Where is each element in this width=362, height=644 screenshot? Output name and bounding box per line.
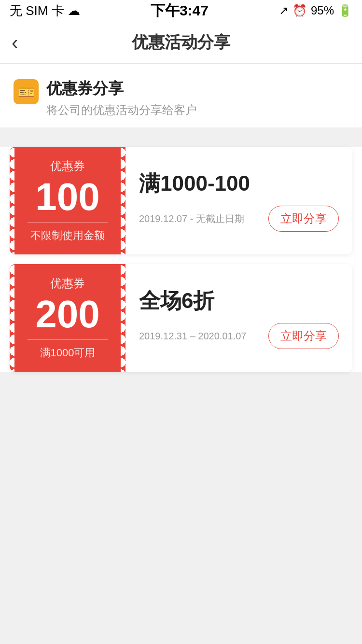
coupon-date: 2019.12.31 – 2020.01.07	[139, 331, 246, 342]
coupon-left-panel: 优惠券 200 满1000可用	[10, 264, 125, 372]
status-left: 无 SIM 卡 ☁	[10, 2, 80, 19]
coupon-condition: 满1000可用	[40, 346, 96, 360]
coupon-name: 满1000-100	[139, 169, 339, 198]
alarm-icon: ⏰	[292, 4, 307, 17]
sim-wifi-label: 无 SIM 卡 ☁	[10, 2, 80, 19]
coupon-amount: 200	[35, 295, 99, 334]
coupon-condition: 不限制使用金额	[30, 228, 105, 243]
section-header: 🎫 优惠券分享 将公司的优惠活动分享给客户	[0, 64, 362, 127]
battery-label: 95%	[311, 4, 334, 17]
coupon-meta: 2019.12.07 - 无截止日期 立即分享	[139, 206, 339, 232]
nav-bar: ‹ 优惠活动分享	[0, 21, 362, 64]
coupon-item: 优惠券 100 不限制使用金额 满1000-100 2019.12.07 - 无…	[10, 147, 352, 254]
coupon-type-label: 优惠券	[50, 276, 85, 291]
share-button[interactable]: 立即分享	[268, 206, 339, 232]
coupon-name: 全场6折	[139, 287, 339, 315]
section-subtitle: 将公司的优惠活动分享给客户	[46, 102, 197, 118]
section-title: 优惠券分享	[46, 78, 197, 99]
section-text: 优惠券分享 将公司的优惠活动分享给客户	[46, 78, 197, 118]
location-icon: ↗	[279, 4, 289, 17]
coupon-item: 优惠券 200 满1000可用 全场6折 2019.12.31 – 2020.0…	[10, 264, 352, 372]
coupon-right-panel: 全场6折 2019.12.31 – 2020.01.07 立即分享	[125, 264, 352, 372]
coupon-inner-divider	[28, 339, 108, 340]
coupon-meta: 2019.12.31 – 2020.01.07 立即分享	[139, 323, 339, 349]
empty-area	[0, 381, 362, 644]
coupon-section-icon: 🎫	[14, 79, 39, 104]
coupon-right-panel: 满1000-100 2019.12.07 - 无截止日期 立即分享	[125, 147, 352, 254]
coupon-type-label: 优惠券	[50, 158, 85, 174]
back-button[interactable]: ‹	[12, 33, 18, 52]
coupon-date: 2019.12.07 - 无截止日期	[139, 212, 244, 225]
section-divider	[0, 127, 362, 137]
status-right: ↗ ⏰ 95% 🔋	[279, 4, 352, 17]
status-bar: 无 SIM 卡 ☁ 下午3:47 ↗ ⏰ 95% 🔋	[0, 0, 362, 21]
battery-icon: 🔋	[338, 4, 352, 17]
coupon-amount: 100	[35, 178, 99, 216]
status-time: 下午3:47	[151, 1, 209, 21]
coupon-inner-divider	[28, 222, 108, 223]
coupon-list: 优惠券 100 不限制使用金额 满1000-100 2019.12.07 - 无…	[0, 147, 362, 372]
coupon-left-panel: 优惠券 100 不限制使用金额	[10, 147, 125, 254]
share-button[interactable]: 立即分享	[268, 323, 339, 349]
nav-title: 优惠活动分享	[132, 31, 230, 54]
